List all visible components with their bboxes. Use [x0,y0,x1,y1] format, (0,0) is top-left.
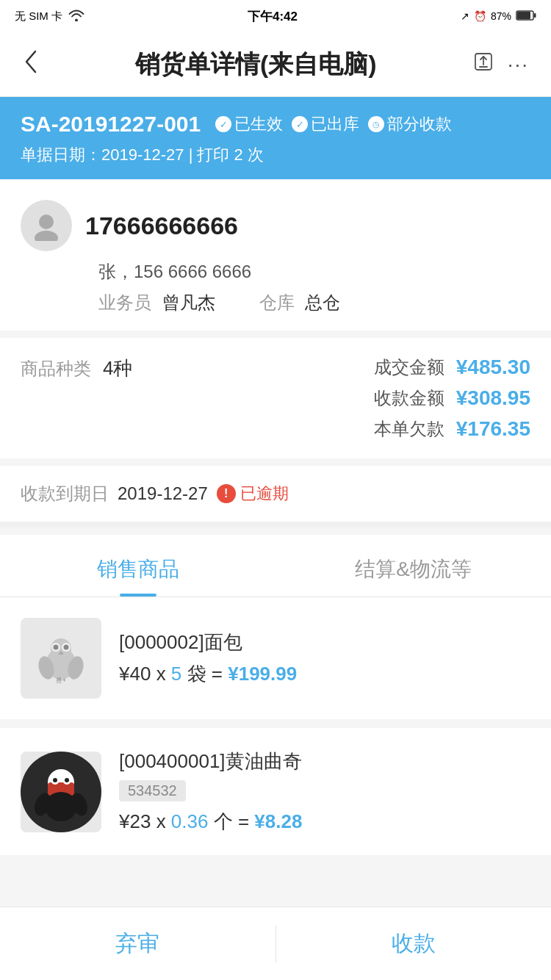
sim-status: 无 SIM 卡 [15,10,62,24]
order-number: SA-20191227-001 [21,112,201,137]
stats-section: 商品种类 4种 成交金额 ¥485.30 收款金额 ¥308.95 本单欠款 ¥… [0,338,551,458]
page-title: 销货单详情(来自电脑) [135,48,377,82]
product-sku-2: 534532 [119,780,186,801]
unit-1: 袋 [187,663,206,685]
price-1: ¥40 [119,663,151,685]
battery-icon [516,10,536,24]
clock-icon: ◷ [372,120,380,129]
svg-point-25 [45,792,77,821]
tabs-section: 销售商品 结算&物流等 [0,535,551,597]
salesperson-field: 业务员 曾凡杰 [98,291,215,314]
product-info-2: [000400001]黄油曲奇 534532 ¥23 x 0.36 个 = ¥8… [119,749,530,835]
collect-button[interactable]: 收款 [276,929,552,959]
product-info-1: [0000002]面包 ¥40 x 5 袋 = ¥199.99 [119,630,530,687]
status-bar: 无 SIM 卡 下午4:42 ↗ ⏰ 87% [0,0,551,32]
received-amount-row: 收款金额 ¥308.95 [374,386,530,410]
deal-amount-row: 成交金额 ¥485.30 [374,356,530,379]
svg-rect-2 [534,13,536,18]
wifi-icon [68,10,84,24]
back-button[interactable] [22,48,38,80]
nav-bar: 销货单详情(来自电脑) ··· [0,32,551,97]
debt-label: 本单欠款 [374,417,444,441]
price-2: ¥23 [119,810,151,832]
overdue-text: 已逾期 [240,483,289,505]
badge-shipped: ✓ 已出库 [292,113,359,135]
received-label: 收款金额 [374,386,444,410]
svg-point-13 [64,645,69,650]
qty-1: 5 [171,663,181,685]
svg-point-23 [53,778,57,782]
check-icon: ✓ [220,119,228,130]
product-item-1: 兽+ [0000002]面包 ¥40 x 5 袋 = ¥199.99 [0,597,551,719]
order-header: SA-20191227-001 ✓ 已生效 ✓ 已出库 ◷ 部分收款 单据日期：… [0,97,551,179]
overdue-badge: ! 已逾期 [217,483,289,505]
svg-point-7 [35,231,58,241]
customer-avatar [21,200,72,251]
status-left: 无 SIM 卡 [15,10,84,24]
status-right: ↗ ⏰ 87% [461,10,536,24]
product-type-stats: 商品种类 4种 [21,356,276,381]
nav-actions: ··· [474,52,529,76]
svg-text:兽+: 兽+ [56,677,66,684]
product-type-label: 商品种类 [21,357,91,381]
total-2: ¥8.28 [254,810,302,832]
badge-effective: ✓ 已生效 [215,113,283,135]
product-item-2: [000400001]黄油曲奇 534532 ¥23 x 0.36 个 = ¥8… [0,728,551,855]
customer-meta: 业务员 曾凡杰 仓库 总仓 [98,291,530,314]
tab-settlement-logistics[interactable]: 结算&物流等 [276,535,551,597]
badge-partial: ◷ 部分收款 [368,113,452,135]
due-label: 收款到期日 [21,482,109,505]
battery-percent: 87% [491,10,511,22]
product-thumb-2 [21,752,101,832]
qty-2: 0.36 [171,810,209,832]
product-name-1: [0000002]面包 [119,630,530,655]
due-date-section: 收款到期日 2019-12-27 ! 已逾期 [0,466,551,527]
location-icon: ↗ [461,10,469,22]
alarm-icon: ⏰ [474,10,486,22]
deal-amount-value: ¥485.30 [456,356,530,379]
svg-point-12 [54,645,59,650]
time-display: 下午4:42 [248,8,298,25]
more-icon[interactable]: ··· [508,53,529,76]
debt-amount-row: 本单欠款 ¥176.35 [374,417,530,441]
check-icon-2: ✓ [296,119,304,130]
customer-section: 17666666666 张，156 6666 6666 业务员 曾凡杰 仓库 总… [0,179,551,331]
product-list: 兽+ [0000002]面包 ¥40 x 5 袋 = ¥199.99 [0,597,551,945]
product-thumb-1: 兽+ [21,618,101,699]
deal-amount-label: 成交金额 [374,356,444,379]
warehouse-value: 总仓 [305,292,340,312]
overdue-icon: ! [217,484,236,503]
svg-rect-1 [517,12,530,19]
due-date-value: 2019-12-27 [118,483,208,504]
salesperson-label: 业务员 [98,292,151,312]
bottom-bar: 弃审 收款 [0,907,551,980]
unit-2: 个 [214,810,233,832]
warehouse-label: 仓库 [259,292,295,312]
warehouse-field: 仓库 总仓 [259,291,341,314]
received-value: ¥308.95 [456,386,530,410]
export-icon[interactable] [474,52,493,76]
svg-point-6 [39,215,54,229]
product-price-1: ¥40 x 5 袋 = ¥199.99 [119,661,530,687]
product-type-value: 4种 [103,356,132,381]
total-1: ¥199.99 [228,663,297,685]
salesperson-value: 曾凡杰 [162,292,215,312]
customer-name-phone: 张，156 6666 6666 [98,260,530,284]
debt-value: ¥176.35 [456,417,530,441]
product-name-2: [000400001]黄油曲奇 [119,749,530,774]
reject-button[interactable]: 弃审 [0,929,276,959]
order-sub-info: 单据日期：2019-12-27 | 打印 2 次 [21,144,530,166]
customer-id: 17666666666 [85,212,238,240]
tab-sales-products[interactable]: 销售商品 [0,535,276,597]
amount-stats: 成交金额 ¥485.30 收款金额 ¥308.95 本单欠款 ¥176.35 [276,356,530,441]
svg-point-24 [65,778,69,782]
product-price-2: ¥23 x 0.36 个 = ¥8.28 [119,809,530,835]
status-badges: ✓ 已生效 ✓ 已出库 ◷ 部分收款 [215,113,452,135]
